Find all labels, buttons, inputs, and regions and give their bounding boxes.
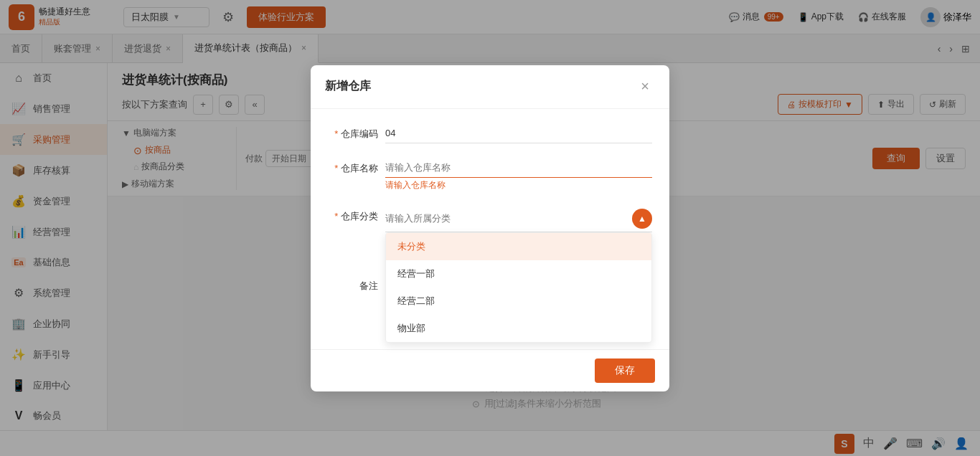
name-label: 仓库名称 xyxy=(328,158,378,175)
dialog-header: 新增仓库 × xyxy=(311,65,669,109)
new-warehouse-dialog: 新增仓库 × 仓库编码 仓库名称 请输入仓库名称 xyxy=(311,65,669,391)
name-field: 请输入仓库名称 xyxy=(385,158,652,191)
dialog-body: 仓库编码 仓库名称 请输入仓库名称 仓库分类 xyxy=(311,109,669,349)
dialog-close-button[interactable]: × xyxy=(635,77,655,97)
category-option-unclassified[interactable]: 未分类 xyxy=(386,233,651,260)
category-field: ▲ 未分类 经营一部 经营二部 物业部 xyxy=(385,206,652,232)
dialog-footer: 保存 xyxy=(311,349,669,391)
note-label: 备注 xyxy=(328,275,378,293)
save-button[interactable]: 保存 xyxy=(595,358,655,383)
category-form-row: 仓库分类 ▲ 未分类 经营一部 经营二部 物业部 xyxy=(328,206,652,232)
name-input[interactable] xyxy=(385,158,652,178)
dialog-title: 新增仓库 xyxy=(325,79,371,94)
name-error-msg: 请输入仓库名称 xyxy=(385,179,652,191)
category-dropdown: 未分类 经营一部 经营二部 物业部 xyxy=(385,232,652,343)
category-toggle-button[interactable]: ▲ xyxy=(632,209,652,229)
category-option-dept3[interactable]: 物业部 xyxy=(386,315,651,342)
category-input-wrap: ▲ xyxy=(385,206,652,232)
dialog-overlay: 新增仓库 × 仓库编码 仓库名称 请输入仓库名称 xyxy=(0,0,980,456)
code-label: 仓库编码 xyxy=(328,123,378,141)
name-form-row: 仓库名称 请输入仓库名称 xyxy=(328,158,652,191)
category-option-dept2[interactable]: 经营二部 xyxy=(386,288,651,315)
code-input[interactable] xyxy=(385,123,652,143)
category-input[interactable] xyxy=(385,213,632,224)
category-label: 仓库分类 xyxy=(328,206,378,223)
code-field xyxy=(385,123,652,143)
code-form-row: 仓库编码 xyxy=(328,123,652,143)
category-option-dept1[interactable]: 经营一部 xyxy=(386,260,651,288)
